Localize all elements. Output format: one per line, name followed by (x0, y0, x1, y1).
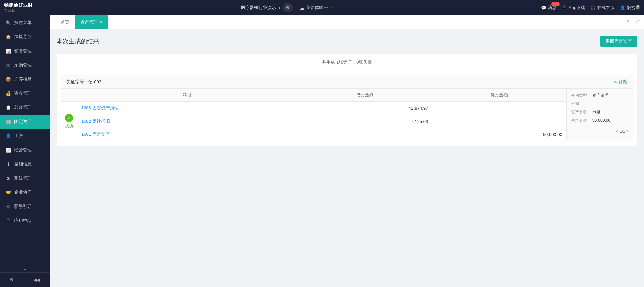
sidebar-label-general-ledger: 总账管理 (14, 104, 32, 110)
management-icon: 📈 (5, 147, 11, 153)
asset-value-row: 资产原值： 50,000.00 (571, 118, 629, 124)
top-header: 畅捷通好业财 普及版 医疗器械行业演示 ▾ ⚙ ☁ 我要体验一下 💬 消息 99… (0, 0, 644, 15)
experience-button[interactable]: ☁ 我要体验一下 (299, 5, 332, 11)
change-type-value: 资产清理 (592, 93, 609, 98)
subject-cell-3[interactable]: 1601 固定资产 (77, 128, 298, 141)
close-panel-button[interactable]: ✕ (624, 17, 632, 25)
asset-value-label: 资产原值： (571, 118, 591, 124)
logo: 畅捷通好业财 普及版 (4, 2, 32, 13)
sidebar-scroll-down[interactable]: ▼ (23, 268, 27, 272)
asset-value-value: 50,000.00 (592, 118, 610, 123)
sidebar-label-sales: 销售管理 (14, 48, 32, 54)
sidebar-item-sales[interactable]: 📊 销售管理 (0, 44, 50, 58)
app-download-icon: 📱 (562, 5, 567, 10)
sidebar-label-search: 搜索菜单 (14, 20, 32, 26)
sidebar-collapse-button[interactable]: ◀◀ (31, 275, 42, 284)
sidebar-item-quick-nav[interactable]: 🏠 快捷导航 (0, 30, 50, 44)
sidebar-item-management[interactable]: 📈 经营管理 (0, 143, 50, 157)
sidebar-item-app-center[interactable]: 📱 应用中心 (0, 214, 50, 228)
search-icon: 🔍 (5, 20, 11, 26)
debit-cell-2: 7,125.03 (298, 115, 432, 128)
sidebar-bottom: ⚙ ◀◀ (0, 272, 50, 287)
credit-cell-3: 50,000.00 (432, 128, 566, 141)
app-center-icon: 📱 (5, 218, 11, 224)
app-download-button[interactable]: 📱 App下载 (562, 5, 585, 11)
sidebar-settings-button[interactable]: ⚙ (8, 275, 16, 284)
ledger-icon: 📋 (5, 104, 11, 110)
table-row: ✓ 成功 1606 固定资产清理 42,874.97 (61, 102, 566, 115)
experience-label: 我要体验一下 (306, 5, 332, 11)
sidebar-item-inventory[interactable]: 📦 库存核算 (0, 72, 50, 86)
basic-info-icon: ℹ (5, 161, 11, 167)
sidebar-scroll: 🔍 搜索菜单 🏠 快捷导航 📊 销售管理 🛒 采购管理 📦 库存核算 💰 (0, 15, 50, 267)
tab-close-icon[interactable]: ✕ (100, 20, 103, 24)
sidebar-item-purchase[interactable]: 🛒 采购管理 (0, 58, 50, 72)
sidebar-item-general-ledger[interactable]: 📋 总账管理 (0, 100, 50, 115)
debit-cell-3 (298, 128, 432, 141)
main-layout: 🔍 搜索菜单 🏠 快捷导航 📊 销售管理 🛒 采购管理 📦 库存核算 💰 (0, 15, 644, 287)
subject-cell-1[interactable]: 1606 固定资产清理 (77, 102, 298, 115)
message-button[interactable]: 💬 消息 99+ (541, 5, 556, 11)
company-settings-button[interactable]: ⚙ (283, 3, 293, 12)
inventory-icon: 📦 (5, 76, 11, 82)
sidebar-item-salary[interactable]: 👤 工资 (0, 129, 50, 143)
app-edition: 普及版 (4, 8, 32, 13)
debit-cell-1: 42,874.97 (298, 102, 432, 115)
sidebar-item-search[interactable]: 🔍 搜索菜单 (0, 15, 50, 30)
edit-icon: ✏ (614, 79, 617, 85)
sidebar-item-funds[interactable]: 💰 资金管理 (0, 86, 50, 100)
tab-asset-management-label: 资产管理 (80, 19, 98, 25)
voucher-number: 凭证字号：记-003 (66, 79, 101, 85)
sidebar-label-fixed-assets: 固定资产 (14, 119, 32, 125)
col-subject: 科目 (77, 89, 298, 102)
page-title: 本次生成的结果 (57, 37, 99, 45)
success-text: 成功 (65, 123, 73, 129)
pagination-prev[interactable]: < (616, 129, 619, 134)
voucher-block: 凭证字号：记-003 ✏ 修改 科目 借方金 (61, 75, 633, 141)
sidebar-item-fixed-assets[interactable]: 🏢 固定资产 (0, 115, 50, 129)
pagination-next[interactable]: > (626, 129, 629, 134)
tab-home-label: 首页 (61, 19, 69, 25)
sidebar-label-quick-nav: 快捷导航 (14, 34, 32, 40)
col-status (61, 89, 77, 102)
edit-voucher-button[interactable]: ✏ 修改 (614, 79, 627, 85)
sidebar-item-system[interactable]: ⚙ 系统管理 (0, 171, 50, 185)
company-name: 医疗器械行业演示 (241, 5, 276, 11)
tab-home[interactable]: 首页 (55, 15, 75, 29)
result-summary: 共生成 1张凭证，0张失败 (57, 54, 637, 71)
tab-asset-management[interactable]: 资产管理 ✕ (75, 15, 108, 29)
success-checkmark-icon: ✓ (65, 114, 73, 122)
back-to-fixed-assets-button[interactable]: 返回固定资产 (600, 36, 637, 47)
sidebar-label-inventory: 库存核算 (14, 76, 32, 82)
top-right-actions: 💬 消息 99+ 📱 App下载 🎧 在线客服 👤 畅捷通 (541, 5, 640, 11)
tab-bar: 首页 资产管理 ✕ (50, 15, 644, 29)
online-service-button[interactable]: 🎧 在线客服 (590, 5, 615, 11)
sidebar-item-guide[interactable]: 🎓 新手引导 (0, 199, 50, 214)
sidebar-label-app-center: 应用中心 (14, 218, 32, 224)
col-credit: 贷方金额 (432, 89, 566, 102)
sidebar-label-guide: 新手引导 (14, 203, 32, 210)
sidebar: 🔍 搜索菜单 🏠 快捷导航 📊 销售管理 🛒 采购管理 📦 库存核算 💰 (0, 15, 50, 287)
subject-cell-2[interactable]: 1602 累计折旧 (77, 115, 298, 128)
app-name: 畅捷通好业财 (4, 2, 32, 8)
sidebar-item-enterprise[interactable]: 🤝 企业协同 (0, 185, 50, 199)
voucher-header: 凭证字号：记-003 ✏ 修改 (61, 75, 633, 89)
asset-name-row: 资产名称： 电脑 (571, 109, 629, 115)
user-profile[interactable]: 👤 畅捷通 (620, 5, 640, 11)
salary-icon: 👤 (5, 133, 11, 139)
sales-icon: 📊 (5, 48, 11, 54)
enterprise-icon: 🤝 (5, 189, 11, 195)
app-download-label: App下载 (569, 5, 585, 11)
page-header: 本次生成的结果 返回固定资产 (57, 36, 637, 47)
maximize-panel-button[interactable]: ⤢ (633, 17, 641, 25)
logo-area: 畅捷通好业财 普及版 (4, 2, 32, 13)
company-selector[interactable]: 医疗器械行业演示 ▾ ⚙ ☁ 我要体验一下 (241, 3, 332, 12)
home-icon: 🏠 (5, 34, 11, 40)
funds-icon: 💰 (5, 90, 11, 96)
user-name: 畅捷通 (627, 5, 640, 11)
sidebar-item-basic-info[interactable]: ℹ 基础信息 (0, 157, 50, 171)
sidebar-label-enterprise: 企业协同 (14, 189, 32, 195)
sidebar-label-salary: 工资 (14, 133, 23, 139)
table-row: 1602 累计折旧 7,125.03 (61, 115, 566, 128)
sidebar-label-purchase: 采购管理 (14, 62, 32, 68)
